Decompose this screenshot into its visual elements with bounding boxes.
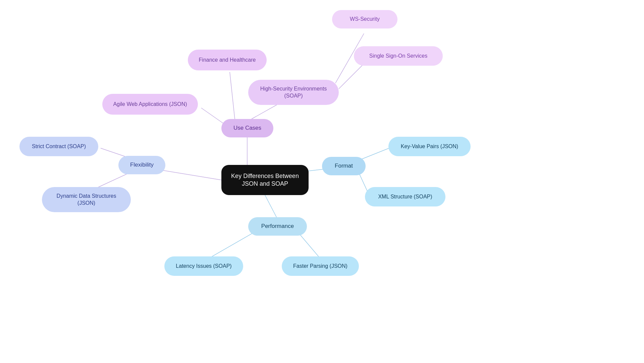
center-label: Key Differences Between JSON and SOAP xyxy=(229,172,301,188)
agile-web-label: Agile Web Applications (JSON) xyxy=(113,101,187,108)
format-label: Format xyxy=(335,162,353,170)
center-node: Key Differences Between JSON and SOAP xyxy=(221,165,309,195)
finance-healthcare-label: Finance and Healthcare xyxy=(199,57,256,64)
single-sign-on-label: Single Sign-On Services xyxy=(369,53,427,60)
use-cases-label: Use Cases xyxy=(233,124,261,132)
finance-healthcare-node: Finance and Healthcare xyxy=(188,50,267,70)
strict-contract-label: Strict Contract (SOAP) xyxy=(32,143,86,150)
performance-label: Performance xyxy=(261,223,294,230)
dynamic-data-label: Dynamic Data Structures (JSON) xyxy=(50,193,123,207)
high-security-label: High-Security Environments (SOAP) xyxy=(256,85,331,100)
svg-line-12 xyxy=(265,195,278,220)
high-security-node: High-Security Environments (SOAP) xyxy=(248,80,339,105)
dynamic-data-node: Dynamic Data Structures (JSON) xyxy=(42,187,131,212)
faster-parsing-label: Faster Parsing (JSON) xyxy=(293,263,347,270)
format-node: Format xyxy=(322,157,366,175)
key-value-pairs-node: Key-Value Pairs (JSON) xyxy=(388,137,471,156)
use-cases-node: Use Cases xyxy=(221,119,273,137)
ws-security-node: WS-Security xyxy=(332,10,397,28)
faster-parsing-node: Faster Parsing (JSON) xyxy=(282,256,359,276)
xml-structure-label: XML Structure (SOAP) xyxy=(378,193,432,200)
strict-contract-node: Strict Contract (SOAP) xyxy=(19,137,98,156)
agile-web-node: Agile Web Applications (JSON) xyxy=(102,94,198,115)
key-value-label: Key-Value Pairs (JSON) xyxy=(401,143,458,150)
ws-security-label: WS-Security xyxy=(350,16,380,23)
latency-issues-node: Latency Issues (SOAP) xyxy=(164,256,243,276)
svg-line-1 xyxy=(230,72,235,119)
performance-node: Performance xyxy=(248,217,307,236)
flexibility-node: Flexibility xyxy=(118,156,165,174)
latency-issues-label: Latency Issues (SOAP) xyxy=(176,263,231,270)
xml-structure-node: XML Structure (SOAP) xyxy=(365,187,445,206)
single-sign-on-node: Single Sign-On Services xyxy=(354,46,443,66)
flexibility-label: Flexibility xyxy=(130,161,154,169)
